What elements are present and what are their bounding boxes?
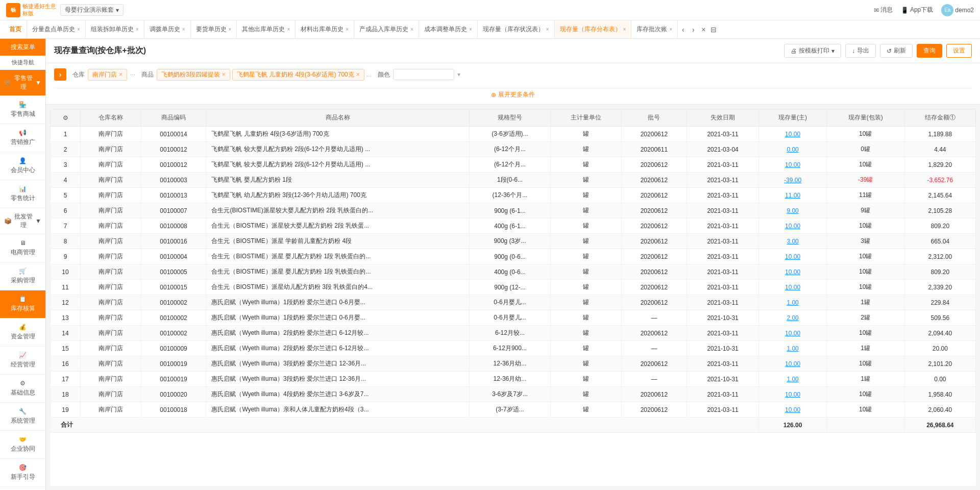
tab-cost-adj[interactable]: 成本调整单历史 × [419, 20, 478, 39]
row-qty-main[interactable]: -39.00 [759, 173, 826, 188]
row-qty-main[interactable]: 9.00 [759, 203, 826, 218]
row-qty-main[interactable]: 10.00 [759, 249, 826, 264]
user-area[interactable]: Ea demo2 [941, 4, 974, 16]
tab-close-icon[interactable]: × [77, 27, 80, 32]
sidebar-item-inventory[interactable]: 📋 库存核算 [0, 290, 45, 318]
sidebar-item-marketing[interactable]: 📢 营销推广 [0, 124, 45, 152]
sidebar-item-finance[interactable]: 💰 资金管理 [0, 318, 45, 347]
row-batch: 20200611 [621, 142, 687, 157]
row-num: 12 [51, 295, 81, 310]
row-qty-main[interactable]: 11.00 [759, 188, 826, 203]
row-expire: 2021-03-11 [687, 402, 759, 418]
tab-partial-inventory[interactable]: 分量盘点单历史 × [27, 20, 86, 39]
tab-other-out[interactable]: 其他出库单历史 × [237, 20, 296, 39]
color-dropdown-icon[interactable]: ▾ [457, 71, 460, 78]
row-qty-main[interactable]: 0.00 [759, 142, 826, 157]
query-button[interactable]: 查询 [917, 44, 942, 58]
tab-product-in[interactable]: 产成品入库单历史 × [354, 20, 419, 39]
tab-close-all[interactable]: × [698, 20, 708, 39]
sidebar-item-guide[interactable]: 🎯 新手引导 [0, 459, 45, 487]
expand-more-button[interactable]: ⊕ 展开更多条件 [491, 90, 535, 99]
row-qty-main[interactable]: 10.00 [759, 127, 826, 142]
tab-close-icon[interactable]: × [346, 27, 349, 32]
sidebar-item-ecommerce[interactable]: 🖥 电商管理 [0, 234, 45, 262]
tab-nav-next[interactable]: › [688, 20, 698, 39]
row-qty-main[interactable]: 1.00 [759, 341, 826, 356]
row-qty-main[interactable]: 10.00 [759, 326, 826, 341]
warehouse-filter-dots[interactable]: ··· [130, 71, 135, 78]
tab-close-icon[interactable]: × [669, 27, 672, 32]
row-num: 6 [51, 203, 81, 218]
sidebar-search[interactable]: 搜索菜单 [0, 39, 45, 56]
sidebar-item-system[interactable]: 🔧 系统管理 [0, 403, 45, 431]
sidebar-item-wholesale[interactable]: 📦 批发管理 ▼ [0, 208, 45, 234]
settings-button[interactable]: 设置 [946, 44, 972, 58]
sidebar-item-retail[interactable]: 🛒 零售管理 ▼ [0, 70, 45, 96]
row-balance: 2,094.40 [904, 326, 975, 341]
row-batch: 20200612 [621, 280, 687, 295]
tab-transfer[interactable]: 调拨单历史 × [144, 20, 191, 39]
app-download-link[interactable]: 📱 App下载 [901, 6, 933, 14]
tab-requisition[interactable]: 要货单历史 × [191, 20, 237, 39]
warehouse-filter-tag[interactable]: 南岸门店 × [88, 69, 127, 81]
row-qty-main[interactable]: 10.00 [759, 264, 826, 280]
tab-stock-status[interactable]: 现存量（库存状况表） × [478, 20, 555, 39]
product-tag-2[interactable]: 飞鹤星飞帆 儿童奶粉 4段(3-6岁适用) 700克 × [232, 69, 364, 81]
row-qty-main[interactable]: 10.00 [759, 157, 826, 173]
row-qty-main[interactable]: 10.00 [759, 280, 826, 295]
row-qty-main[interactable]: 10.00 [759, 387, 826, 402]
row-qty-main[interactable]: 1.00 [759, 372, 826, 387]
tab-close-icon[interactable]: × [546, 27, 549, 32]
row-qty-main[interactable]: 2.00 [759, 310, 826, 326]
sidebar-item-operations[interactable]: 📈 经营管理 [0, 347, 45, 375]
org-selector[interactable]: 母婴行业演示账套 ▾ [60, 4, 124, 16]
tab-close-icon[interactable]: × [182, 27, 185, 32]
product-filter-dots[interactable]: ... [366, 71, 372, 78]
tab-stock-dist[interactable]: 现存量（库存分布表） × [555, 20, 632, 39]
template-print-button[interactable]: 🖨 按模板打印 ▾ [784, 44, 841, 58]
sidebar-item-member[interactable]: 👤 会员中心 [0, 152, 45, 180]
tab-menu[interactable]: ⊟ [708, 20, 719, 39]
col-settings[interactable]: ⚙ [51, 109, 81, 127]
tab-close-icon[interactable]: × [469, 27, 472, 32]
sidebar-item-retail-stats[interactable]: 📊 零售统计 [0, 180, 45, 208]
row-balance: -3,652.76 [904, 173, 975, 188]
marketing-icon: 📢 [19, 129, 27, 136]
product-tag-1-close-icon[interactable]: × [222, 71, 226, 78]
row-qty-main[interactable]: 10.00 [759, 402, 826, 418]
sidebar-item-purchase[interactable]: 🛒 采购管理 [0, 262, 45, 290]
row-qty-main[interactable]: 10.00 [759, 356, 826, 372]
tab-material-out[interactable]: 材料出库单历史 × [296, 20, 354, 39]
product-tag-2-close-icon[interactable]: × [356, 71, 360, 78]
tab-close-icon[interactable]: × [229, 27, 232, 32]
sidebar-item-cooperation[interactable]: 🤝 企业协同 [0, 431, 45, 459]
export-button[interactable]: ↓ 导出 [845, 44, 876, 58]
tab-close-icon[interactable]: × [136, 27, 139, 32]
color-filter-input[interactable] [393, 69, 454, 80]
refresh-button[interactable]: ↺ 刷新 [880, 44, 913, 58]
row-batch: — [621, 310, 687, 326]
product-tag-1[interactable]: 飞鹤奶粉3段四罐提装 × [157, 69, 230, 81]
sidebar-item-app-center[interactable]: 📱 应用中心 [0, 487, 45, 490]
expand-button[interactable]: › [54, 68, 66, 81]
tab-disassembly[interactable]: 组装拆卸单历史 × [86, 20, 144, 39]
product-tag-1-value: 飞鹤奶粉3段四罐提装 [161, 70, 220, 79]
message-link[interactable]: ✉ 消息 [874, 6, 893, 14]
sidebar-quick-nav[interactable]: 快捷导航 [0, 56, 45, 70]
tab-close-icon[interactable]: × [287, 27, 290, 32]
row-qty-main[interactable]: 10.00 [759, 218, 826, 234]
table-container: ⚙ 仓库名称 商品编码 商品名称 规格型号 主计量单位 批号 失效日期 现存量(… [50, 109, 976, 486]
sidebar-item-retail-shop[interactable]: 🏪 零售商城 [0, 96, 45, 124]
tab-close-icon[interactable]: × [410, 27, 413, 32]
row-code: 00100004 [141, 249, 206, 264]
warehouse-tag-close-icon[interactable]: × [119, 71, 122, 78]
tab-nav-prev[interactable]: ‹ [678, 20, 688, 39]
row-spec: 12-36月幼... [470, 372, 551, 387]
tab-home[interactable]: 首页 [4, 20, 27, 39]
row-num: 1 [51, 127, 81, 142]
row-qty-main[interactable]: 3.00 [759, 234, 826, 249]
sidebar-item-basic[interactable]: ⚙ 基础信息 [0, 375, 45, 403]
tab-batch-voucher[interactable]: 库存批次账 × [631, 20, 678, 39]
tab-close-icon[interactable]: × [623, 27, 626, 32]
row-qty-main[interactable]: 1.00 [759, 295, 826, 310]
